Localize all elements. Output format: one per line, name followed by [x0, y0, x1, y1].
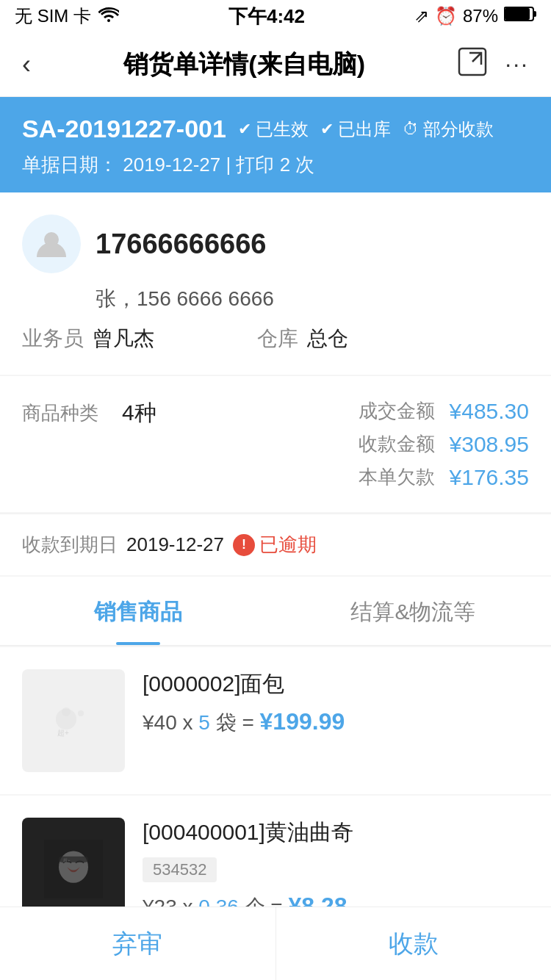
- nav-bar: ‹ 销货单详情(来自电脑) ···: [0, 32, 551, 97]
- category-label: 商品种类: [22, 400, 98, 426]
- share-icon[interactable]: [458, 47, 487, 82]
- received-label: 收款金额: [359, 431, 435, 457]
- back-button[interactable]: ‹: [22, 49, 31, 80]
- product-image-2: 超+: [22, 818, 125, 920]
- product-list: 超+ [0000002]面包 ¥40 x 5 袋 = ¥199.99: [0, 647, 551, 943]
- customer-contact: 张，156 6666 6666: [22, 285, 529, 313]
- page-title: 销货单详情(来自电脑): [123, 48, 365, 82]
- tab-sales-products[interactable]: 销售商品: [0, 577, 276, 645]
- status-bar: 无 SIM 卡 下午4:42 ⇗ ⏰ 87%: [0, 0, 551, 32]
- order-header: SA-20191227-001 ✔ 已生效 ✔ 已出库 ⏱ 部分收款 单据日期：…: [0, 97, 551, 192]
- status-badge-2: ✔ 已出库: [320, 118, 391, 141]
- svg-text:超+: 超+: [63, 858, 71, 862]
- category-count: 4种: [122, 398, 156, 428]
- overdue-badge: ! 已逾期: [233, 532, 317, 558]
- svg-point-8: [78, 710, 84, 716]
- svg-line-4: [472, 53, 481, 62]
- status-right: ⇗ ⏰ 87%: [414, 6, 536, 26]
- svg-point-7: [62, 707, 71, 716]
- warehouse-label: 仓库: [257, 325, 298, 353]
- due-date: 2019-12-27: [126, 533, 224, 556]
- status-time: 下午4:42: [228, 4, 305, 29]
- collect-button[interactable]: 收款: [276, 907, 552, 980]
- battery-text: 87%: [463, 6, 498, 26]
- svg-point-12: [59, 851, 88, 882]
- received-value: ¥308.95: [450, 432, 529, 457]
- product-price-1: ¥40 x 5 袋 = ¥199.99: [143, 708, 529, 737]
- owed-value: ¥176.35: [450, 465, 529, 490]
- tabs-row: 销售商品 结算&物流等: [0, 577, 551, 646]
- product-sku-2: 534532: [143, 857, 217, 882]
- summary-section: 商品种类 4种 成交金额 ¥485.30 收款金额 ¥308.95 本单欠款 ¥…: [0, 376, 551, 512]
- overdue-icon: !: [233, 534, 255, 556]
- warehouse-value: 总仓: [307, 325, 348, 353]
- carrier-text: 无 SIM 卡: [15, 4, 91, 28]
- product-info-1: [0000002]面包 ¥40 x 5 袋 = ¥199.99: [143, 669, 529, 737]
- svg-text:超+: 超+: [57, 729, 69, 737]
- due-section: 收款到期日 2019-12-27 ! 已逾期: [0, 514, 551, 575]
- avatar: [22, 215, 81, 273]
- status-badge-3: ⏱ 部分收款: [403, 118, 494, 141]
- product-info-2: [000400001]黄油曲奇 534532 ¥23 x 0.36 个 = ¥8…: [143, 818, 529, 921]
- location-icon: ⇗: [414, 6, 429, 26]
- owed-label: 本单欠款: [359, 464, 435, 490]
- tabs-section: 销售商品 结算&物流等: [0, 577, 551, 646]
- svg-rect-1: [533, 11, 536, 17]
- amount-label: 成交金额: [359, 398, 435, 424]
- order-id: SA-20191227-001: [22, 115, 226, 143]
- salesperson-value: 曾凡杰: [93, 325, 154, 353]
- cancel-button[interactable]: 弃审: [0, 907, 276, 980]
- nav-actions: ···: [458, 47, 529, 82]
- product-name-2: [000400001]黄油曲奇: [143, 818, 529, 848]
- amount-value: ¥485.30: [450, 399, 529, 424]
- status-badge-1: ✔ 已生效: [238, 118, 309, 141]
- wifi-icon: [98, 6, 119, 26]
- bottom-bar: 弃审 收款: [0, 907, 551, 980]
- table-row: 超+ [0000002]面包 ¥40 x 5 袋 = ¥199.99: [0, 647, 551, 794]
- order-meta: 单据日期： 2019-12-27 | 打印 2 次: [22, 152, 529, 178]
- due-label: 收款到期日: [22, 532, 118, 558]
- more-icon[interactable]: ···: [505, 51, 529, 78]
- customer-id: 17666666666: [96, 228, 266, 260]
- product-name-1: [0000002]面包: [143, 669, 529, 699]
- svg-rect-2: [505, 8, 530, 20]
- alarm-icon: ⏰: [435, 6, 457, 26]
- summary-amounts: 成交金额 ¥485.30 收款金额 ¥308.95 本单欠款 ¥176.35: [359, 398, 529, 490]
- salesperson-label: 业务员: [22, 325, 84, 353]
- product-image-1: 超+: [22, 669, 125, 772]
- overdue-text: 已逾期: [259, 532, 317, 558]
- customer-details: 业务员 曾凡杰 仓库 总仓: [22, 325, 529, 353]
- battery-icon: [504, 6, 536, 26]
- tab-settlement[interactable]: 结算&物流等: [276, 577, 551, 645]
- customer-section: 17666666666 张，156 6666 6666 业务员 曾凡杰 仓库 总…: [0, 192, 551, 375]
- status-left: 无 SIM 卡: [15, 4, 119, 28]
